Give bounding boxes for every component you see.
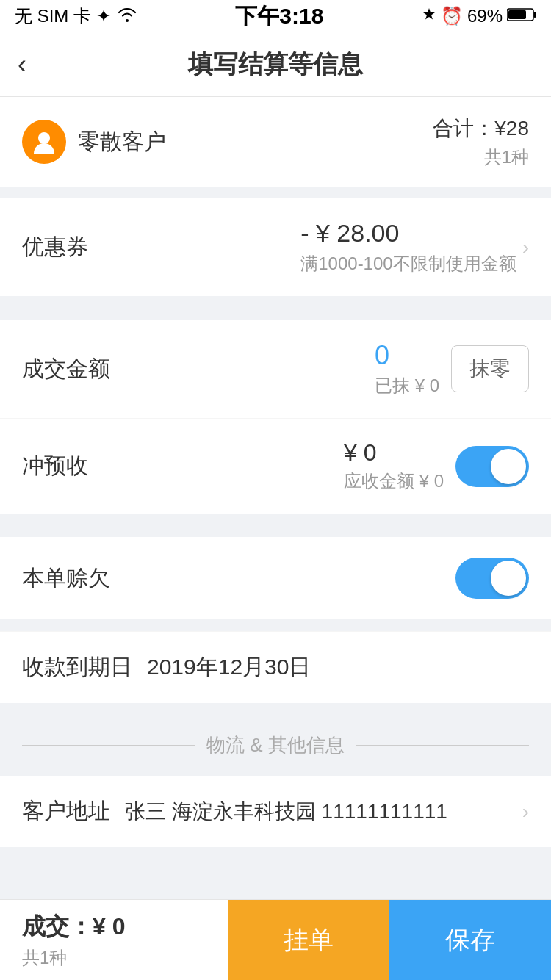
bottom-deal-label: 成交：: [22, 913, 93, 940]
nav-title: 填写结算等信息: [188, 48, 363, 82]
address-chevron-icon: ›: [522, 800, 529, 824]
bottom-deal: 成交：¥ 0: [22, 911, 206, 943]
wifi-icon: [117, 6, 137, 26]
prepay-right: ¥ 0 应收金额 ¥ 0: [344, 439, 529, 493]
round-zero-button[interactable]: 抹零: [451, 345, 529, 392]
coupon-row[interactable]: 优惠券 - ¥ 28.00 满1000-100不限制使用金额 ›: [0, 198, 551, 296]
location-icon: [422, 6, 436, 26]
alarm-icon: ⏰: [441, 6, 463, 26]
status-right: ⏰ 69%: [422, 6, 536, 26]
customer-name: 零散客户: [78, 127, 166, 157]
prepay-toggle[interactable]: [455, 446, 529, 487]
logistics-divider: 物流 & 其他信息: [0, 715, 551, 776]
coupon-label: 优惠券: [22, 232, 88, 262]
debit-label: 本单赊欠: [22, 563, 110, 594]
save-button[interactable]: 保存: [389, 900, 551, 981]
customer-row: 零散客户 合计：¥28 共1种: [0, 97, 551, 187]
logistics-text: 物流 & 其他信息: [206, 732, 345, 758]
divider-3: [0, 703, 551, 715]
svg-point-3: [38, 132, 50, 144]
coupon-section: 优惠券 - ¥ 28.00 满1000-100不限制使用金额 ›: [0, 198, 551, 296]
address-label: 客户地址: [22, 796, 110, 826]
address-row[interactable]: 客户地址 张三 海淀永丰科技园 11111111111 ›: [0, 776, 551, 847]
debit-inner: 本单赊欠: [22, 558, 529, 599]
suspend-button[interactable]: 挂单: [228, 900, 389, 981]
coupon-right: - ¥ 28.00 满1000-100不限制使用金额 ›: [300, 219, 529, 275]
prepay-amount: ¥ 0: [344, 439, 444, 466]
divider-2: [0, 525, 551, 537]
nav-bar: ‹ 填写结算等信息: [0, 32, 551, 97]
sim-text: 无 SIM 卡 ✦: [15, 4, 111, 28]
date-value: 2019年12月30日: [147, 652, 311, 682]
customer-icon: [31, 129, 57, 155]
amount-sub: 已抹 ¥ 0: [375, 374, 439, 397]
svg-rect-2: [508, 10, 526, 19]
address-value: 张三 海淀永丰科技园 11111111111: [125, 798, 522, 826]
battery-text: 69%: [467, 6, 503, 26]
customer-right: 合计：¥28 共1种: [433, 115, 529, 169]
customer-total: 合计：¥28: [433, 115, 529, 143]
debit-section: 本单赊欠 收款到期日 2019年12月30日: [0, 537, 551, 703]
transaction-amount-row: 成交金额 0 已抹 ¥ 0 抹零: [0, 320, 551, 419]
prepay-label: 冲预收: [22, 451, 88, 481]
logistics-line-left: [22, 745, 195, 746]
amount-label: 成交金额: [22, 354, 110, 384]
bottom-count: 共1种: [22, 946, 206, 970]
coupon-sub: 满1000-100不限制使用金额: [300, 252, 516, 275]
coupon-amount: - ¥ 28.00: [300, 219, 516, 248]
prepay-row: 冲预收 ¥ 0 应收金额 ¥ 0: [0, 419, 551, 514]
status-time: 下午3:18: [235, 1, 323, 32]
debit-date-row: 收款到期日 2019年12月30日: [0, 631, 551, 703]
battery-icon: [507, 6, 536, 26]
back-button[interactable]: ‹: [18, 49, 26, 80]
customer-left: 零散客户: [22, 120, 166, 164]
customer-count: 共1种: [433, 145, 529, 169]
status-bar: 无 SIM 卡 ✦ 下午3:18 ⏰ 69%: [0, 0, 551, 32]
toggle-circle: [491, 449, 526, 484]
bottom-deal-amount: ¥ 0: [93, 913, 125, 940]
bottom-bar: 成交：¥ 0 共1种 挂单 保存: [0, 899, 551, 980]
transaction-section: 成交金额 0 已抹 ¥ 0 抹零 冲预收 ¥ 0 应收金额 ¥ 0: [0, 320, 551, 514]
debit-toggle-circle: [491, 561, 526, 596]
amount-right: 0 已抹 ¥ 0 抹零: [375, 340, 529, 397]
customer-avatar: [22, 120, 66, 164]
prepay-sub: 应收金额 ¥ 0: [344, 469, 444, 493]
svg-rect-1: [533, 12, 536, 18]
coupon-chevron-icon: ›: [522, 236, 529, 259]
logistics-line-right: [356, 745, 529, 746]
amount-value: 0: [375, 340, 439, 371]
content: 零散客户 合计：¥28 共1种 优惠券 - ¥ 28.00 满1000-100不…: [0, 97, 551, 947]
bottom-summary: 成交：¥ 0 共1种: [0, 911, 228, 970]
divider-1: [0, 308, 551, 320]
date-label: 收款到期日: [22, 652, 132, 682]
status-left: 无 SIM 卡 ✦: [15, 4, 137, 28]
debit-row: 本单赊欠: [0, 537, 551, 619]
debit-toggle[interactable]: [455, 558, 529, 599]
